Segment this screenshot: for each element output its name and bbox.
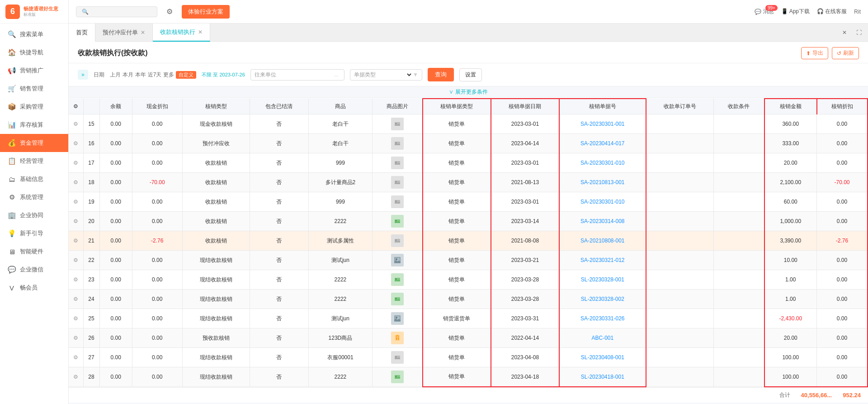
sidebar-item-wechat[interactable]: 💬 企业微信 [0,261,68,279]
receipt-condition-cell [714,251,764,270]
bill-no-cell[interactable]: SA-20230301-010 [559,192,646,212]
sidebar-item-system[interactable]: ⚙ 系统管理 [0,188,68,206]
page-actions: ⬆ 导出 ↺ 刷新 [801,47,859,59]
tab-home[interactable]: 首页 [69,24,95,42]
sidebar-item-hardware[interactable]: 🖥 智能硬件 [0,242,68,261]
bill-date-cell: 2023-04-14 [491,134,559,153]
export-button[interactable]: ⬆ 导出 [801,47,828,59]
building-icon: 🏢 [7,211,16,220]
app-download-link[interactable]: 📱 App下载 [781,8,810,15]
tab-receipt[interactable]: 收款核销执行 ✕ [153,24,210,42]
receipt-order-no-cell [646,153,714,173]
bill-no-cell[interactable]: SL-20230328-002 [559,290,646,309]
topbar-search-box[interactable]: 🔍 [76,6,157,17]
goods-cell: 老白干 [309,134,373,153]
page-header: 收款核销执行(按收款) ⬆ 导出 ↺ 刷新 [69,42,868,63]
sidebar-item-basic[interactable]: 🗂 基础信息 [0,170,68,188]
online-service-link[interactable]: 🎧 在线客服 [817,8,847,15]
write-off-discount-cell: -70.00 [817,173,868,192]
user-name[interactable]: Rit [854,9,861,15]
goods-img-cell [372,309,423,328]
sidebar-item-sales[interactable]: 🛒 销售管理 [0,80,68,98]
bill-no-cell[interactable]: SL-20230418-001 [559,367,646,387]
tab-close-all-button[interactable]: ✕ [839,27,850,38]
sidebar-item-label: 资金管理 [20,139,43,147]
sidebar-item-search[interactable]: 🔍 搜索菜单 [0,25,68,43]
seq-cell: 16 [83,134,99,153]
date-7days[interactable]: 近7天 [148,71,162,79]
sidebar-item-label: 搜索菜单 [20,30,43,38]
write-off-type-cell: 现结收款核销 [182,309,250,328]
sidebar-item-quicknav[interactable]: 🏠 快捷导航 [0,43,68,62]
date-this-year[interactable]: 本年 [135,71,146,79]
message-button[interactable]: 💬 消息 99+ [755,8,774,15]
write-off-amount-cell: 20.00 [764,328,817,348]
bill-type-filter[interactable]: 单据类型 ▼ [350,69,422,81]
bill-no-cell[interactable]: SA-20210813-001 [559,173,646,192]
clipboard-icon: 📋 [7,157,16,166]
tab-receipt-close-icon[interactable]: ✕ [198,29,203,35]
bulb-icon: 💡 [7,229,16,238]
refresh-button[interactable]: ↺ 刷新 [832,47,859,59]
sidebar-item-finance[interactable]: 💰 资金管理 [0,134,68,152]
bill-type-cell: 销货单 [423,348,491,367]
from-unit-filter[interactable]: 往来单位 ... [250,69,344,81]
bill-no-cell[interactable]: ABC-001 [559,328,646,348]
from-unit-input[interactable] [278,71,332,78]
svg-rect-25 [396,338,397,340]
bill-type-select[interactable] [377,71,413,78]
bill-no-cell[interactable]: SL-20230328-001 [559,270,646,290]
bill-no-cell[interactable]: SA-20230301-001 [559,114,646,134]
bill-date-cell: 2023-03-31 [491,309,559,328]
refresh-icon: ↺ [837,50,841,57]
header-row: ⚙ 余额 现金折扣 核销类型 包含已结清 商品 商品图片 核销单据类型 核销单据… [69,99,868,114]
th-settings[interactable]: ⚙ [69,99,83,114]
tab-prepay[interactable]: 预付冲应付单 ✕ [95,24,153,42]
bill-no-cell[interactable]: SA-20230314-008 [559,212,646,231]
bill-no-cell[interactable]: SA-20230301-010 [559,153,646,173]
write-off-amount-cell: 1,000.00 [764,212,817,231]
goods-cell: 2222 [309,270,373,290]
filter-expand-button[interactable]: » [78,70,88,80]
date-custom-button[interactable]: 自定义 [176,71,196,79]
receipt-condition-cell [714,114,764,134]
bill-type-cell: 销货单 [423,212,491,231]
sidebar-item-guide[interactable]: 💡 新手引导 [0,224,68,242]
include-settled-cell: 否 [250,173,308,192]
cash-discount-cell: 0.00 [132,328,182,348]
date-this-month[interactable]: 本月 [123,71,133,79]
bill-type-cell: 销货退货单 [423,309,491,328]
bill-no-cell[interactable]: SA-20210808-001 [559,231,646,251]
write-off-type-cell: 现金收款核销 [182,114,250,134]
sidebar-item-member[interactable]: V 畅会员 [0,279,68,297]
date-range-display: 不限 至 2023-07-26 [202,71,245,78]
tab-prepay-close-icon[interactable]: ✕ [141,29,145,36]
receipt-order-no-cell [646,173,714,192]
bill-no-cell[interactable]: SA-20230331-026 [559,309,646,328]
write-off-type-cell: 现结收款核销 [182,367,250,387]
balance-cell: 0.00 [99,328,132,348]
table-settings-button[interactable]: 设置 [459,68,482,81]
sidebar-item-purchase[interactable]: 📦 采购管理 [0,98,68,116]
include-settled-cell: 否 [250,231,308,251]
bill-no-cell[interactable]: SA-20230321-012 [559,251,646,270]
svg-rect-27 [396,337,397,337]
table-settings-icon[interactable]: ⚙ [73,103,78,109]
industry-solution-button[interactable]: 体验行业方案 [182,5,230,19]
date-more[interactable]: 更多 [163,71,174,79]
bill-no-cell[interactable]: SL-20230408-001 [559,348,646,367]
goods-cell: 2222 [309,290,373,309]
expand-more-button[interactable]: ∨ 展开更多条件 [449,88,487,96]
date-last-month[interactable]: 上月 [110,71,121,79]
cash-discount-cell: 0.00 [132,114,182,134]
goods-cell: 测试多属性 [309,231,373,251]
tab-maximize-button[interactable]: ⛶ [854,27,864,38]
data-table: ⚙ 余额 现金折扣 核销类型 包含已结清 商品 商品图片 核销单据类型 核销单据… [69,98,868,387]
sidebar-item-marketing[interactable]: 📢 营销推广 [0,62,68,80]
sidebar-item-corp[interactable]: 🏢 企业协同 [0,206,68,224]
topbar-settings-icon[interactable]: ⚙ [163,5,176,19]
bill-no-cell[interactable]: SA-20230414-017 [559,134,646,153]
query-button[interactable]: 查询 [428,68,454,81]
sidebar-item-inventory[interactable]: 📊 库存核算 [0,116,68,134]
sidebar-item-ops[interactable]: 📋 经营管理 [0,152,68,170]
